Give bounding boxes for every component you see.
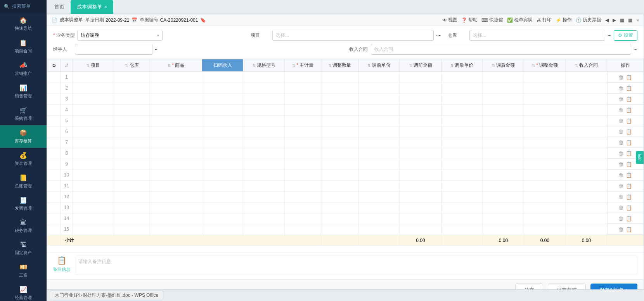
row-delete-icon[interactable]: 🗑 bbox=[618, 129, 623, 135]
row-scan-cell[interactable] bbox=[202, 137, 243, 148]
col-warehouse-header[interactable]: ⇅ 仓库 bbox=[114, 59, 150, 72]
row-before-amount-cell[interactable] bbox=[400, 72, 441, 83]
sidebar-item-tax-mgmt[interactable]: 🏛 税务管理 bbox=[0, 215, 47, 237]
row-unit-cell[interactable] bbox=[285, 126, 321, 137]
project-input[interactable]: 选择... bbox=[272, 30, 434, 41]
row-scan-cell[interactable] bbox=[202, 224, 243, 235]
row-warehouse-cell[interactable] bbox=[114, 148, 150, 159]
tab-home[interactable]: 首页 bbox=[48, 0, 71, 14]
row-delete-icon[interactable]: 🗑 bbox=[618, 161, 623, 167]
row-adjust-amount-cell[interactable] bbox=[524, 115, 566, 126]
row-unit-cell[interactable] bbox=[285, 115, 321, 126]
row-project-cell[interactable] bbox=[73, 137, 114, 148]
row-after-amount-cell[interactable] bbox=[483, 180, 524, 191]
row-delete-icon[interactable]: 🗑 bbox=[618, 96, 623, 102]
row-delete-icon[interactable]: 🗑 bbox=[618, 85, 623, 91]
row-delete-icon[interactable]: 🗑 bbox=[618, 107, 623, 113]
row-adjust-amount-cell[interactable] bbox=[524, 159, 566, 170]
row-unit-cell[interactable] bbox=[285, 180, 321, 191]
row-qty-cell[interactable] bbox=[321, 83, 358, 93]
row-after-price-cell[interactable] bbox=[441, 93, 483, 104]
row-qty-cell[interactable] bbox=[321, 137, 358, 148]
row-scan-cell[interactable] bbox=[202, 213, 243, 224]
row-project-cell[interactable] bbox=[73, 83, 114, 93]
row-project-cell[interactable] bbox=[73, 202, 114, 213]
row-copy-icon[interactable]: 📋 bbox=[626, 85, 632, 91]
col-unit-header[interactable]: ⇅ * 主计量 bbox=[285, 59, 321, 72]
row-after-price-cell[interactable] bbox=[441, 159, 483, 170]
col-spec-header[interactable]: ⇅ 规格型号 bbox=[243, 59, 285, 72]
row-project-cell[interactable] bbox=[73, 126, 114, 137]
sidebar-item-purchase-mgmt[interactable]: 🛒 采购管理 bbox=[0, 103, 47, 125]
col-income-header[interactable]: ⇅ 收入合同 bbox=[566, 59, 607, 72]
row-qty-cell[interactable] bbox=[321, 191, 358, 202]
row-qty-cell[interactable] bbox=[321, 213, 358, 224]
row-unit-cell[interactable] bbox=[285, 224, 321, 235]
row-qty-cell[interactable] bbox=[321, 148, 358, 159]
row-goods-cell[interactable] bbox=[150, 202, 202, 213]
row-copy-icon[interactable]: 📋 bbox=[626, 129, 632, 135]
calendar-icon[interactable]: 📅 bbox=[132, 17, 137, 23]
row-after-price-cell[interactable] bbox=[441, 137, 483, 148]
row-after-amount-cell[interactable] bbox=[483, 72, 524, 83]
row-scan-cell[interactable] bbox=[202, 104, 243, 115]
row-goods-cell[interactable] bbox=[150, 83, 202, 93]
row-income-cell[interactable] bbox=[566, 137, 607, 148]
row-before-price-cell[interactable] bbox=[358, 202, 400, 213]
row-warehouse-cell[interactable] bbox=[114, 202, 150, 213]
row-adjust-amount-cell[interactable] bbox=[524, 83, 566, 93]
row-spec-cell[interactable] bbox=[243, 213, 285, 224]
row-spec-cell[interactable] bbox=[243, 126, 285, 137]
col-after-amount-header[interactable]: ⇅ 调后金额 bbox=[483, 59, 524, 72]
row-adjust-amount-cell[interactable] bbox=[524, 93, 566, 104]
row-adjust-amount-cell[interactable] bbox=[524, 213, 566, 224]
row-before-amount-cell[interactable] bbox=[400, 115, 441, 126]
income-contract-dots[interactable]: ··· bbox=[634, 47, 637, 52]
sidebar-item-quick-nav[interactable]: 🏠 快速导航 bbox=[0, 13, 47, 35]
row-before-price-cell[interactable] bbox=[358, 170, 400, 180]
row-spec-cell[interactable] bbox=[243, 137, 285, 148]
sidebar-item-project-contract[interactable]: 📋 项目合同 bbox=[0, 35, 47, 58]
row-delete-icon[interactable]: 🗑 bbox=[618, 172, 623, 178]
row-after-amount-cell[interactable] bbox=[483, 213, 524, 224]
table-row[interactable]: 8 🗑 📋 bbox=[47, 148, 644, 159]
row-goods-cell[interactable] bbox=[150, 191, 202, 202]
row-qty-cell[interactable] bbox=[321, 126, 358, 137]
row-before-amount-cell[interactable] bbox=[400, 202, 441, 213]
table-row[interactable]: 15 🗑 📋 bbox=[47, 224, 644, 235]
row-adjust-amount-cell[interactable] bbox=[524, 202, 566, 213]
row-unit-cell[interactable] bbox=[285, 170, 321, 180]
row-goods-cell[interactable] bbox=[150, 224, 202, 235]
notes-input[interactable]: 请输入备注信息 bbox=[75, 256, 637, 275]
row-scan-cell[interactable] bbox=[202, 159, 243, 170]
table-row[interactable]: 14 🗑 📋 bbox=[47, 213, 644, 224]
handler-input[interactable] bbox=[75, 44, 152, 55]
table-row[interactable]: 6 🗑 📋 bbox=[47, 126, 644, 137]
row-unit-cell[interactable] bbox=[285, 191, 321, 202]
row-adjust-amount-cell[interactable] bbox=[524, 180, 566, 191]
tab-close-icon[interactable]: × bbox=[104, 4, 107, 10]
row-after-price-cell[interactable] bbox=[441, 72, 483, 83]
project-dots[interactable]: ··· bbox=[436, 33, 440, 38]
close-doc-btn[interactable]: × bbox=[636, 17, 639, 23]
row-adjust-amount-cell[interactable] bbox=[524, 126, 566, 137]
taskbar-item[interactable]: 木门行业好业财处理方案-墨红红.doc - WPS Office bbox=[50, 291, 163, 300]
row-after-price-cell[interactable] bbox=[441, 126, 483, 137]
row-after-amount-cell[interactable] bbox=[483, 159, 524, 170]
row-before-price-cell[interactable] bbox=[358, 159, 400, 170]
row-before-amount-cell[interactable] bbox=[400, 159, 441, 170]
row-project-cell[interactable] bbox=[73, 93, 114, 104]
row-income-cell[interactable] bbox=[566, 104, 607, 115]
row-qty-cell[interactable] bbox=[321, 93, 358, 104]
row-warehouse-cell[interactable] bbox=[114, 83, 150, 93]
tab-cost-adjustment[interactable]: 成本调整单 × bbox=[71, 0, 113, 14]
row-project-cell[interactable] bbox=[73, 72, 114, 83]
row-delete-icon[interactable]: 🗑 bbox=[618, 205, 623, 211]
help-btn[interactable]: ❓ 帮助 bbox=[461, 17, 478, 23]
row-spec-cell[interactable] bbox=[243, 72, 285, 83]
row-qty-cell[interactable] bbox=[321, 72, 358, 83]
row-spec-cell[interactable] bbox=[243, 202, 285, 213]
row-goods-cell[interactable] bbox=[150, 180, 202, 191]
row-spec-cell[interactable] bbox=[243, 115, 285, 126]
row-unit-cell[interactable] bbox=[285, 213, 321, 224]
